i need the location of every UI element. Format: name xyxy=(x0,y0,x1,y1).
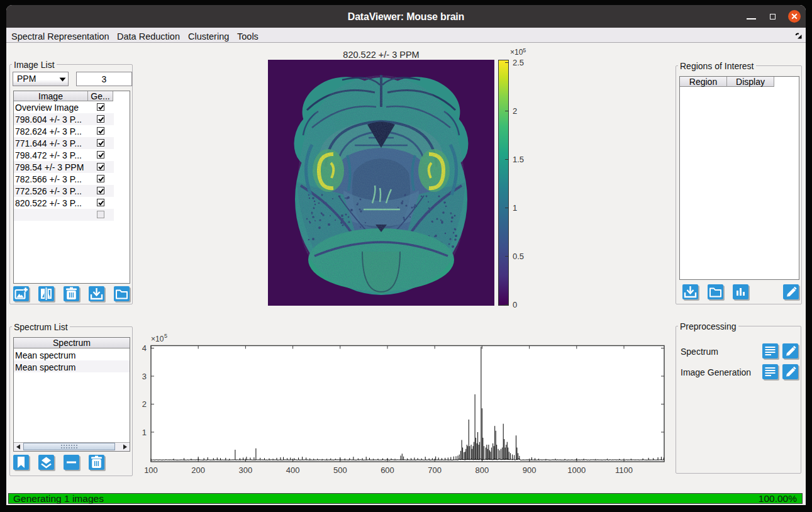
svg-text:2: 2 xyxy=(142,399,147,409)
svg-text:700: 700 xyxy=(428,465,442,475)
svg-text:900: 900 xyxy=(523,465,537,475)
svg-text:300: 300 xyxy=(239,465,253,475)
svg-text:×10: ×10 xyxy=(151,335,164,343)
svg-text:1000: 1000 xyxy=(567,465,586,475)
svg-text:500: 500 xyxy=(333,465,347,475)
svg-text:1: 1 xyxy=(142,428,147,437)
svg-text:4: 4 xyxy=(142,343,147,353)
svg-text:1100: 1100 xyxy=(615,465,633,475)
svg-text:200: 200 xyxy=(191,465,205,475)
svg-text:5: 5 xyxy=(164,333,167,339)
svg-text:800: 800 xyxy=(476,465,489,475)
svg-text:100: 100 xyxy=(144,465,158,475)
svg-text:3: 3 xyxy=(142,372,147,381)
svg-text:400: 400 xyxy=(286,465,300,475)
svg-text:600: 600 xyxy=(381,465,394,475)
